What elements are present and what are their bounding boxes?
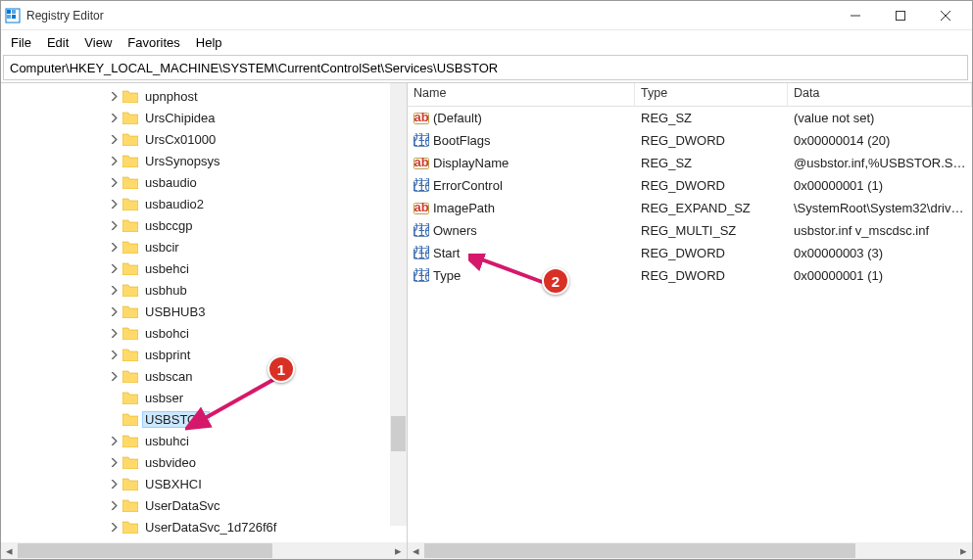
tree-expander-icon[interactable] <box>107 283 121 297</box>
tree-expander-icon[interactable] <box>107 154 121 167</box>
menu-view[interactable]: View <box>76 33 120 52</box>
scroll-left-icon[interactable]: ◂ <box>408 542 424 559</box>
tree-item-label: USBHUB3 <box>142 303 208 320</box>
tree-item-usbscan[interactable]: usbscan <box>107 365 407 387</box>
tree-expander-icon[interactable] <box>107 132 121 146</box>
value-name: Type <box>433 268 461 283</box>
column-type[interactable]: Type <box>635 83 788 106</box>
tree-item-usbehci[interactable]: usbehci <box>107 257 407 279</box>
tree-item-usbvideo[interactable]: usbvideo <box>107 451 407 473</box>
window-title: Registry Editor <box>26 9 833 23</box>
tree-item-userdatasvc_1d726f6f[interactable]: UserDataSvc_1d726f6f <box>107 516 407 537</box>
tree-item-urssynopsys[interactable]: UrsSynopsys <box>107 150 407 171</box>
tree-expander-icon[interactable] <box>107 111 121 124</box>
svg-text:110: 110 <box>414 224 429 239</box>
folder-icon <box>122 155 138 167</box>
folder-icon <box>122 478 138 490</box>
tree-expander-icon[interactable] <box>107 455 121 469</box>
tree-item-userdatasvc[interactable]: UserDataSvc <box>107 494 407 516</box>
address-bar[interactable]: Computer\HKEY_LOCAL_MACHINE\SYSTEM\Curre… <box>3 55 968 80</box>
registry-value-row[interactable]: ab(Default)REG_SZ(value not set) <box>408 107 972 129</box>
value-name: Owners <box>433 223 477 238</box>
value-type: REG_SZ <box>635 111 788 125</box>
menu-help[interactable]: Help <box>188 33 230 52</box>
binary-value-icon: 011110 <box>414 268 429 284</box>
address-path: Computer\HKEY_LOCAL_MACHINE\SYSTEM\Curre… <box>10 61 498 75</box>
tree-expander-icon[interactable] <box>107 477 121 490</box>
value-name: ImagePath <box>433 201 495 215</box>
menu-file[interactable]: File <box>3 33 39 52</box>
tree-expander-icon[interactable] <box>107 434 121 447</box>
tree-expander-icon[interactable] <box>107 369 121 383</box>
tree-item-usbaudio[interactable]: usbaudio <box>107 171 407 193</box>
tree-expander-icon[interactable] <box>107 326 121 340</box>
tree-item-usbaudio2[interactable]: usbaudio2 <box>107 193 407 214</box>
scroll-left-icon[interactable]: ◂ <box>1 542 18 559</box>
tree-expander-icon[interactable] <box>107 89 121 103</box>
binary-value-icon: 011110 <box>414 223 429 239</box>
value-type: REG_SZ <box>635 156 788 170</box>
tree-item-usbhub[interactable]: usbhub <box>107 279 407 301</box>
scroll-right-icon[interactable]: ▸ <box>955 542 972 559</box>
maximize-button[interactable] <box>878 1 923 30</box>
string-value-icon: ab <box>414 111 429 126</box>
tree-expander-icon <box>107 412 121 426</box>
scroll-right-icon[interactable]: ▸ <box>390 542 407 559</box>
tree-item-usbhub3[interactable]: USBHUB3 <box>107 301 407 322</box>
tree-expander-icon[interactable] <box>107 261 121 275</box>
list-body[interactable]: ab(Default)REG_SZ(value not set)011110Bo… <box>408 107 972 542</box>
registry-value-row[interactable]: 011110BootFlagsREG_DWORD0x00000014 (20) <box>408 129 972 152</box>
tree-item-label: UrsChipidea <box>142 110 219 126</box>
registry-value-row[interactable]: 011110OwnersREG_MULTI_SZusbstor.inf v_ms… <box>408 219 972 242</box>
tree-expander-icon[interactable] <box>107 197 121 210</box>
tree-item-usbser[interactable]: usbser <box>107 387 407 408</box>
svg-text:110: 110 <box>414 134 429 149</box>
menu-edit[interactable]: Edit <box>39 33 76 52</box>
tree-item-usbohci[interactable]: usbohci <box>107 322 407 344</box>
tree-item-label: UserDataSvc_1d726f6f <box>142 519 279 536</box>
tree-item-usbccgp[interactable]: usbccgp <box>107 214 407 236</box>
tree-item-usbuhci[interactable]: usbuhci <box>107 430 407 451</box>
close-button[interactable] <box>923 1 968 30</box>
tree-item-label: USBXHCI <box>142 476 205 492</box>
registry-value-row[interactable]: 011110ErrorControlREG_DWORD0x00000001 (1… <box>408 174 972 197</box>
tree-expander-icon[interactable] <box>107 498 121 512</box>
tree-item-urscx01000[interactable]: UrsCx01000 <box>107 128 407 150</box>
registry-value-row[interactable]: 011110TypeREG_DWORD0x00000001 (1) <box>408 264 972 287</box>
tree-expander-icon[interactable] <box>107 520 121 534</box>
tree-horizontal-scrollbar[interactable]: ◂ ▸ <box>1 542 407 559</box>
folder-icon <box>122 370 138 383</box>
window-titlebar: Registry Editor <box>1 1 972 30</box>
tree-item-usbstor[interactable]: USBSTOR <box>107 408 407 430</box>
value-data: 0x00000001 (1) <box>788 268 972 283</box>
svg-rect-2 <box>12 10 16 14</box>
column-name[interactable]: Name <box>408 83 635 106</box>
tree-expander-icon[interactable] <box>107 175 121 189</box>
tree-item-usbcir[interactable]: usbcir <box>107 236 407 257</box>
folder-icon <box>122 176 138 189</box>
tree-item-urschipidea[interactable]: UrsChipidea <box>107 107 407 128</box>
tree-expander-icon[interactable] <box>107 304 121 318</box>
registry-value-row[interactable]: 011110StartREG_DWORD0x00000003 (3) <box>408 242 972 264</box>
folder-icon <box>122 456 138 469</box>
registry-value-row[interactable]: abDisplayNameREG_SZ@usbstor.inf,%USBSTOR… <box>408 152 972 174</box>
list-horizontal-scrollbar[interactable]: ◂ ▸ <box>408 542 972 559</box>
tree-item-upnphost[interactable]: upnphost <box>107 85 407 107</box>
tree-item-label: usbser <box>142 390 186 406</box>
menu-favorites[interactable]: Favorites <box>120 33 187 52</box>
tree-expander-icon[interactable] <box>107 348 121 361</box>
folder-icon <box>122 284 138 297</box>
tree-item-label: UrsCx01000 <box>142 131 219 148</box>
tree-scroll[interactable]: upnphostUrsChipideaUrsCx01000UrsSynopsys… <box>1 83 407 542</box>
registry-value-row[interactable]: abImagePathREG_EXPAND_SZ\SystemRoot\Syst… <box>408 197 972 219</box>
tree-expander-icon[interactable] <box>107 218 121 232</box>
column-data[interactable]: Data <box>788 83 972 106</box>
tree-item-usbxhci[interactable]: USBXHCI <box>107 473 407 494</box>
folder-icon <box>122 241 138 254</box>
folder-icon <box>122 262 138 275</box>
tree-item-usbprint[interactable]: usbprint <box>107 344 407 365</box>
minimize-button[interactable] <box>833 1 878 30</box>
string-value-icon: ab <box>414 201 429 216</box>
tree-expander-icon[interactable] <box>107 240 121 254</box>
tree-vertical-scrollbar[interactable] <box>390 83 407 526</box>
